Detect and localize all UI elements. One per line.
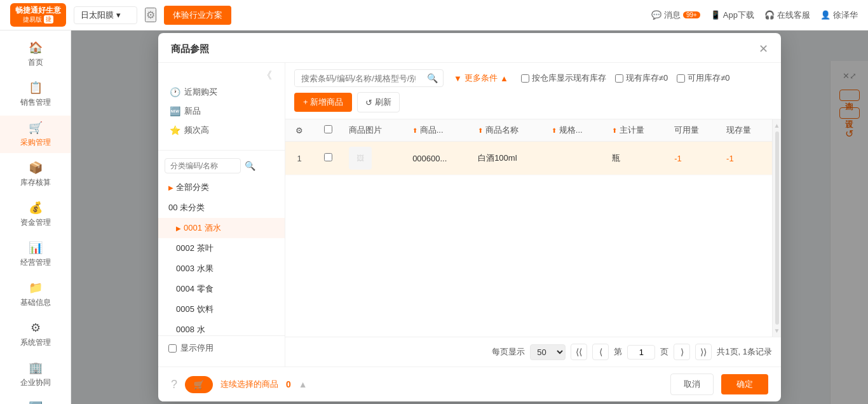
page-input[interactable]: [627, 345, 655, 360]
sales-icon: 📋: [29, 81, 43, 95]
cart-btn[interactable]: 🛒: [185, 376, 213, 393]
category-list: ▶ 全部分类 00 未分类 ▶ 0001 酒水 0002 茶叶: [158, 177, 285, 335]
category-0001-label: 0001 酒水: [184, 222, 221, 234]
user-avatar[interactable]: 👤 徐泽华: [820, 10, 858, 21]
footer-collapse-icon[interactable]: ▲: [299, 379, 308, 389]
category-search-input[interactable]: [165, 158, 241, 173]
message-btn[interactable]: 💬 消息 99+: [651, 10, 700, 21]
modal-close-btn[interactable]: ✕: [759, 42, 768, 56]
row-img: 🖼: [342, 142, 406, 175]
sidebar-item-operation[interactable]: 📊 经营管理: [0, 236, 71, 273]
settings-icon[interactable]: ⚙: [145, 8, 156, 22]
sidebar-label-home: 首页: [28, 57, 43, 68]
search-wrap: 🔍: [294, 69, 444, 87]
checkbox-warehouse[interactable]: 按仓库显示现有库存: [521, 72, 606, 84]
category-0002[interactable]: 0002 茶叶: [158, 238, 285, 259]
product-search-input[interactable]: [295, 71, 422, 86]
checkbox-current[interactable]: 现有库存≠0: [615, 72, 668, 84]
enterprise-icon: 🏢: [29, 361, 43, 375]
checkbox-available-input[interactable]: [677, 74, 685, 83]
refresh-label: 刷新: [375, 97, 391, 108]
scrollbar-up-icon[interactable]: ▲: [774, 122, 780, 129]
sidebar-item-home[interactable]: 🏠 首页: [0, 36, 71, 73]
quick-link-new[interactable]: 🆕 新品: [165, 102, 278, 121]
page-label: 第: [614, 346, 622, 358]
th-unit[interactable]: ⬆ 主计量: [606, 119, 668, 142]
page-prev-btn[interactable]: ⟨: [592, 344, 609, 360]
online-service-btn[interactable]: 🎧 在线客服: [764, 10, 810, 21]
store-name: 日太阳膜: [81, 10, 114, 21]
cancel-btn[interactable]: 取消: [670, 374, 714, 395]
category-search-btn[interactable]: 🔍: [245, 161, 255, 171]
show-disabled-checkbox[interactable]: 显示停用: [168, 342, 275, 354]
filter-label: 更多条件: [465, 72, 498, 84]
sidebar-item-system[interactable]: ⚙ 系统管理: [0, 316, 71, 353]
th-available: 可用量: [668, 119, 720, 142]
cart-count: 0: [286, 379, 291, 389]
confirm-btn[interactable]: 确定: [721, 374, 768, 394]
help-icon[interactable]: ?: [171, 378, 177, 391]
page-first-btn[interactable]: ⟨⟨: [571, 344, 587, 360]
th-code[interactable]: ⬆ 商品...: [406, 119, 471, 142]
sidebar-item-finance[interactable]: 💰 资金管理: [0, 196, 71, 233]
table-scrollbar[interactable]: ▲ ▼: [772, 119, 781, 337]
scrollbar-thumb[interactable]: [775, 131, 779, 325]
select-all-checkbox[interactable]: [324, 125, 332, 133]
sidebar-item-inventory[interactable]: 📦 库存核算: [0, 156, 71, 193]
search-submit-btn[interactable]: 🔍: [422, 70, 443, 86]
row-select-checkbox[interactable]: [324, 153, 332, 161]
system-icon: ⚙: [31, 321, 41, 335]
th-spec[interactable]: ⬆ 规格...: [545, 119, 606, 142]
checkbox-available[interactable]: 可用库存≠0: [677, 72, 729, 84]
category-00[interactable]: 00 未分类: [158, 198, 285, 218]
sidebar-item-enterprise[interactable]: 🏢 企业协同: [0, 356, 71, 393]
category-0001[interactable]: ▶ 0001 酒水: [158, 218, 285, 238]
modal-pagination: 每页显示 50 10 20 100 ⟨⟨ ⟨ 第 页 ⟩ ⟩⟩: [285, 337, 781, 367]
refresh-icon: ↺: [365, 98, 372, 107]
sidebar-item-guide[interactable]: 🆕 新手引导: [0, 396, 71, 404]
show-disabled-input[interactable]: [168, 344, 177, 353]
user-name: 徐泽华: [833, 10, 858, 21]
filter-btn[interactable]: ▼ 更多条件 ▲: [449, 69, 513, 87]
th-name[interactable]: ⬆ 商品名称: [471, 119, 545, 142]
quick-link-recent[interactable]: 🕐 近期购买: [165, 83, 278, 102]
sidebar-label-purchase: 采购管理: [20, 137, 51, 148]
sidebar-item-purchase[interactable]: 🛒 采购管理: [0, 116, 71, 153]
message-label: 消息: [664, 10, 681, 21]
th-checkbox[interactable]: [313, 119, 342, 142]
category-0003[interactable]: 0003 水果: [158, 259, 285, 279]
table-row[interactable]: 1 🖼: [285, 142, 772, 175]
category-0003-label: 0003 水果: [176, 263, 214, 274]
page-summary: 共1页, 1条记录: [717, 346, 772, 358]
checkbox-warehouse-input[interactable]: [521, 74, 529, 83]
per-page-select[interactable]: 50 10 20 100: [530, 344, 566, 360]
th-settings[interactable]: ⚙: [285, 119, 313, 142]
store-dropdown[interactable]: 日太阳膜 ▾: [74, 6, 137, 24]
category-all-arrow: ▶: [168, 184, 173, 191]
add-product-btn[interactable]: + 新增商品: [294, 93, 352, 112]
scrollbar-down-icon[interactable]: ▼: [774, 327, 780, 334]
category-0008[interactable]: 0008 水: [158, 320, 285, 335]
row-checkbox[interactable]: [313, 142, 342, 175]
app-sub: 捷易版: [23, 15, 42, 24]
page-next-btn[interactable]: ⟩: [674, 344, 690, 360]
category-0004[interactable]: 0004 零食: [158, 279, 285, 299]
sidebar-item-basic[interactable]: 📁 基础信息: [0, 276, 71, 313]
modal-body: 《 🕐 近期购买 🆕 新品 ⭐ 频次高: [158, 63, 781, 367]
sort-icon-spec: ⬆: [552, 127, 557, 134]
category-all[interactable]: ▶ 全部分类: [158, 177, 285, 198]
page-last-btn[interactable]: ⟩⟩: [695, 344, 712, 360]
inventory-icon: 📦: [29, 161, 43, 175]
recent-label: 近期购买: [184, 86, 217, 98]
sidebar-item-sales[interactable]: 📋 销售管理: [0, 76, 71, 113]
industry-btn[interactable]: 体验行业方案: [164, 6, 231, 25]
app-logo[interactable]: 畅捷通好生意 捷易版 捷: [10, 3, 66, 26]
quick-link-frequent[interactable]: ⭐ 频次高: [165, 121, 278, 140]
checkbox-current-input[interactable]: [615, 74, 623, 83]
frequent-label: 频次高: [184, 125, 209, 136]
app-download-btn[interactable]: 📱 App下载: [710, 10, 754, 21]
category-0005[interactable]: 0005 饮料: [158, 299, 285, 320]
th-current: 现存量: [720, 119, 772, 142]
refresh-btn[interactable]: ↺ 刷新: [357, 92, 400, 112]
collapse-left-btn[interactable]: 《: [262, 69, 278, 83]
